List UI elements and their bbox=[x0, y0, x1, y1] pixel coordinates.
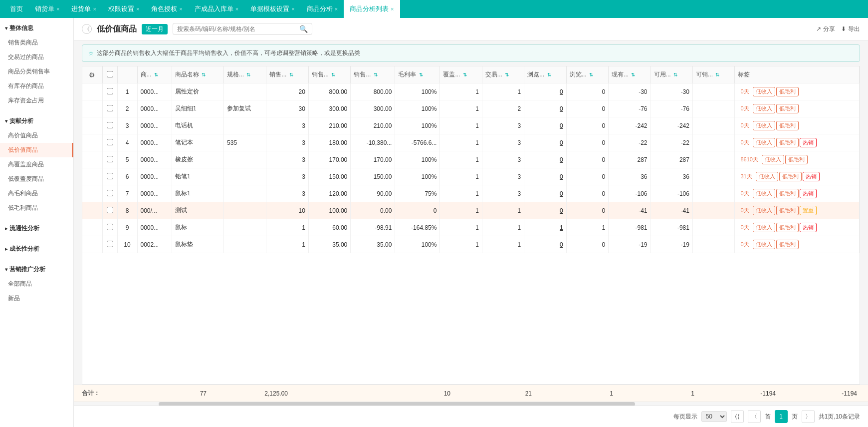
sidebar-item-stock-products[interactable]: 有库存的商品 bbox=[0, 79, 73, 93]
col-browse1[interactable]: 浏览... ⇅ bbox=[524, 66, 566, 83]
col-code[interactable]: 商... ⇅ bbox=[137, 66, 172, 83]
footer-empty1 bbox=[291, 390, 372, 397]
next-page-btn[interactable]: 〉 bbox=[802, 410, 815, 423]
sidebar-item-low-margin[interactable]: 低毛利商品 bbox=[0, 201, 73, 215]
row-checkbox[interactable] bbox=[107, 190, 113, 196]
sidebar-item-sales-products[interactable]: 销售类商品 bbox=[0, 35, 73, 50]
cell-browse1[interactable]: 0 bbox=[524, 236, 566, 253]
sidebar-item-category-rate[interactable]: 商品分类销售率 bbox=[0, 64, 73, 79]
export-btn[interactable]: ⬇ 导出 bbox=[841, 25, 860, 33]
browse-link[interactable]: 0 bbox=[560, 241, 563, 248]
nav-purchase-order[interactable]: 进货单 × bbox=[65, 0, 102, 18]
cell-checkbox[interactable] bbox=[102, 117, 117, 134]
row-checkbox[interactable] bbox=[107, 156, 113, 162]
row-checkbox[interactable] bbox=[107, 105, 113, 111]
search-icon[interactable]: 🔍 bbox=[299, 25, 308, 33]
sidebar-group-contribution[interactable]: ▾ 贡献分析 bbox=[0, 114, 73, 128]
col-coverage[interactable]: 覆盖... ⇅ bbox=[440, 66, 482, 83]
select-all-checkbox[interactable] bbox=[107, 71, 113, 77]
sidebar-group-growth[interactable]: ▸ 成长性分析 bbox=[0, 242, 73, 256]
row-checkbox[interactable] bbox=[107, 207, 113, 213]
prev-page-btn[interactable]: 〈 bbox=[748, 410, 761, 423]
nav-product-inbound[interactable]: 产成品入库单 × bbox=[189, 0, 244, 18]
col-transaction[interactable]: 交易... ⇅ bbox=[482, 66, 524, 83]
sidebar-item-low-coverage[interactable]: 低覆盖度商品 bbox=[0, 172, 73, 186]
col-sellable[interactable]: 可销... ⇅ bbox=[692, 66, 734, 83]
col-current-stock[interactable]: 现有... ⇅ bbox=[609, 66, 651, 83]
current-page[interactable]: 1 bbox=[775, 410, 788, 423]
row-checkbox[interactable] bbox=[107, 241, 113, 247]
cell-browse1[interactable]: 0 bbox=[524, 117, 566, 134]
cell-checkbox[interactable] bbox=[102, 236, 117, 253]
table-container[interactable]: ⚙ 商... ⇅ 商品名称 ⇅ 规格... ⇅ 销售... ⇅ 销售... ⇅ … bbox=[82, 66, 860, 385]
cell-checkbox[interactable] bbox=[102, 219, 117, 236]
browse-link[interactable]: 0 bbox=[560, 122, 563, 129]
col-sales-amount[interactable]: 销售... ⇅ bbox=[351, 66, 395, 83]
sidebar-group-circulation[interactable]: ▸ 流通性分析 bbox=[0, 221, 73, 236]
sidebar-item-high-coverage[interactable]: 高覆盖度商品 bbox=[0, 157, 73, 172]
cell-browse1[interactable]: 0 bbox=[524, 83, 566, 100]
nav-template-settings[interactable]: 单据模板设置 × bbox=[244, 0, 300, 18]
col-spec[interactable]: 规格... ⇅ bbox=[224, 66, 266, 83]
sidebar-item-low-value[interactable]: 低价值商品 bbox=[0, 143, 73, 157]
search-input[interactable] bbox=[177, 25, 299, 32]
browse-link[interactable]: 0 bbox=[560, 190, 563, 197]
share-btn[interactable]: ↗ 分享 bbox=[816, 25, 835, 33]
cell-browse1[interactable]: 0 bbox=[524, 151, 566, 168]
cell-browse1[interactable]: 0 bbox=[524, 202, 566, 219]
col-sales-price[interactable]: 销售... ⇅ bbox=[308, 66, 350, 83]
gear-icon[interactable]: ⚙ bbox=[89, 71, 95, 79]
cell-checkbox[interactable] bbox=[102, 100, 117, 117]
col-checkbox[interactable] bbox=[102, 66, 117, 83]
sidebar-group-overall[interactable]: ▾ 整体信息 bbox=[0, 21, 73, 35]
cell-checkbox[interactable] bbox=[102, 168, 117, 185]
nav-sales-order[interactable]: 销货单 × bbox=[29, 0, 65, 18]
col-sales-qty[interactable]: 销售... ⇅ bbox=[266, 66, 308, 83]
cell-browse1[interactable]: 0 bbox=[524, 100, 566, 117]
first-page-btn[interactable]: ⟨⟨ bbox=[731, 410, 744, 423]
row-checkbox[interactable] bbox=[107, 173, 113, 179]
browse-link[interactable]: 0 bbox=[560, 105, 563, 112]
cell-checkbox[interactable] bbox=[102, 151, 117, 168]
cell-checkbox[interactable] bbox=[102, 83, 117, 100]
row-checkbox[interactable] bbox=[107, 224, 113, 230]
nav-product-analysis-list[interactable]: 商品分析列表 × bbox=[344, 0, 400, 18]
col-name[interactable]: 商品名称 ⇅ bbox=[172, 66, 224, 83]
nav-home[interactable]: 首页 bbox=[4, 0, 29, 18]
cell-checkbox[interactable] bbox=[102, 202, 117, 219]
nav-role-auth[interactable]: 角色授权 × bbox=[145, 0, 188, 18]
col-gross-margin[interactable]: 毛利率 ⇅ bbox=[395, 66, 440, 83]
cell-browse1[interactable]: 0 bbox=[524, 168, 566, 185]
cell-checkbox[interactable] bbox=[102, 185, 117, 202]
cell-browse1[interactable]: 1 bbox=[524, 219, 566, 236]
per-page-select[interactable]: 50 100 200 bbox=[701, 411, 727, 422]
sidebar-group-marketing[interactable]: ▾ 营销推广分析 bbox=[0, 262, 73, 277]
period-btn[interactable]: 近一月 bbox=[142, 24, 168, 34]
row-checkbox[interactable] bbox=[107, 139, 113, 145]
col-gear[interactable]: ⚙ bbox=[82, 66, 102, 83]
sidebar-item-new-products[interactable]: 新品 bbox=[0, 291, 73, 306]
nav-product-analysis[interactable]: 商品分析 × bbox=[301, 0, 344, 18]
browse-link[interactable]: 1 bbox=[560, 224, 563, 231]
cell-browse1[interactable]: 0 bbox=[524, 134, 566, 151]
col-available[interactable]: 可用... ⇅ bbox=[651, 66, 692, 83]
sidebar-item-high-margin[interactable]: 高毛利商品 bbox=[0, 186, 73, 201]
browse-link[interactable]: 0 bbox=[560, 156, 563, 163]
cell-browse1[interactable]: 0 bbox=[524, 185, 566, 202]
cell-checkbox[interactable] bbox=[102, 134, 117, 151]
row-checkbox[interactable] bbox=[107, 88, 113, 94]
sidebar-item-all-products[interactable]: 全部商品 bbox=[0, 277, 73, 291]
row-checkbox[interactable] bbox=[107, 122, 113, 128]
sidebar-item-stock-capital[interactable]: 库存资金占用 bbox=[0, 93, 73, 108]
sidebar-item-traded-products[interactable]: 交易过的商品 bbox=[0, 50, 73, 64]
sidebar-item-high-value[interactable]: 高价值商品 bbox=[0, 128, 73, 143]
browse-link[interactable]: 0 bbox=[560, 88, 563, 95]
nav-permissions[interactable]: 权限设置 × bbox=[102, 0, 145, 18]
share-icon: ↗ bbox=[816, 25, 821, 32]
browse-link[interactable]: 0 bbox=[560, 173, 563, 180]
collapse-sidebar-btn[interactable]: 《 bbox=[82, 24, 92, 34]
browse-link[interactable]: 0 bbox=[560, 207, 563, 214]
browse-link[interactable]: 0 bbox=[560, 139, 563, 146]
scrollbar-area[interactable] bbox=[74, 402, 868, 406]
col-browse2[interactable]: 浏览... ⇅ bbox=[566, 66, 608, 83]
